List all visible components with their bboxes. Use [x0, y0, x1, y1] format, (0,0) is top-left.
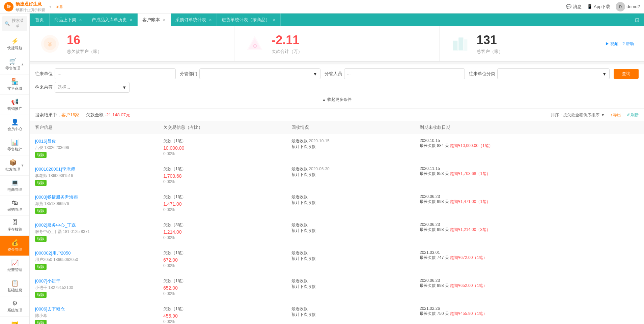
department-select[interactable]: ▼	[199, 68, 320, 79]
sidebar-item-finance[interactable]: 💰 资金管理	[0, 236, 29, 256]
filter-manager: 分管人员 ···	[325, 68, 465, 79]
overdue-link-0016[interactable]: 超期¥10,000.00（1笔）	[450, 143, 493, 148]
tab-products-off[interactable]: 商品上下架 ✕	[50, 13, 87, 26]
tab-maximize-btn[interactable]: ⊡	[633, 16, 641, 24]
refresh-label: 刷新	[631, 112, 639, 118]
balance-select[interactable]: 选择... ▼	[55, 82, 130, 93]
manager-input[interactable]: ···	[344, 68, 465, 79]
debt-amount-0003: 1,471.00	[163, 201, 291, 207]
tab-minimize-btn[interactable]: －	[622, 16, 632, 24]
sidebar-item-member-center[interactable]: 👤 会员中心	[0, 115, 29, 135]
sidebar-item-enterprise[interactable]: 🤝 企业协同	[0, 317, 29, 324]
tab-customer-account[interactable]: 客户账本 ✕	[138, 13, 171, 26]
help-btn[interactable]: ? 帮助	[622, 41, 634, 47]
export-btn[interactable]: ↑ 导出	[610, 112, 621, 118]
filter-supplier: 往来单位 ···	[35, 68, 176, 79]
user-menu[interactable]: D demo2	[616, 2, 640, 11]
customer-info-0016: [0016]吕俊 吕俊 13026203696 现款	[35, 138, 163, 158]
system-icon: ⚙	[2, 300, 27, 307]
demo-link[interactable]: 示意	[56, 4, 63, 9]
customer-name-000002[interactable]: [000002]用户2050	[35, 251, 71, 256]
member-center-icon: 👤	[2, 118, 27, 126]
video-icon: ▶	[605, 41, 609, 46]
category-select[interactable]: ▼	[497, 68, 610, 79]
tab-production-history-close[interactable]: ✕	[130, 18, 133, 22]
refresh-icon: ↺	[626, 113, 630, 117]
customer-info-0007: [0007]小进干 小进干 18279152100 现款	[35, 278, 163, 298]
tab-customer-account-close[interactable]: ✕	[163, 18, 166, 22]
customer-contact-0016: 吕俊 13026203696	[35, 145, 163, 151]
balance-arrow: ▼	[122, 85, 127, 90]
quick-nav-icon: ⚡	[2, 37, 27, 45]
sort-select[interactable]: 排序：按欠款金额倒序排序 ▼	[551, 112, 605, 118]
sidebar-item-quick-nav[interactable]: ⚡ 快捷导航	[0, 34, 29, 54]
sidebar-item-marketing[interactable]: 📢 营销推广	[0, 95, 29, 115]
customer-name-0006[interactable]: [0006]去下粮仓	[35, 306, 65, 312]
sidebar-item-retail-mgmt[interactable]: 🛒 零售管理 ▲	[0, 54, 29, 75]
customer-contact-0003: 海燕 18513066976	[35, 201, 163, 207]
overdue-info-0007: 2020.06.23 最长欠款 998 天 超期¥652.00（1笔）	[420, 278, 639, 289]
query-btn[interactable]: 查询	[614, 69, 639, 79]
message-btn[interactable]: 💬 消息	[566, 4, 582, 10]
tab-import-stats[interactable]: 进货单统计表（按商品） ✕	[217, 13, 281, 26]
overdue-link-000002[interactable]: 超期¥672.00（1笔）	[450, 255, 487, 260]
sidebar-item-batch-mgmt[interactable]: 📦 批发管理 ▼	[0, 155, 29, 176]
supplier-label: 往来单位	[35, 71, 53, 77]
search-btn[interactable]: 🔍 搜索菜单	[2, 16, 27, 31]
overdue-link-00010200001[interactable]: 超期¥1,703.68（1笔）	[450, 171, 491, 176]
sidebar-item-operations[interactable]: 📈 经营管理	[0, 256, 29, 276]
collection-info-0007: 最近收款 预计下次收款	[291, 278, 420, 290]
collection-info-000002: 最近收款 预计下次收款	[291, 250, 420, 262]
overdue-info-0006: 2021.02.26 最长欠款 750 天 超期¥455.90（1笔）	[420, 306, 639, 317]
filter-balance: 往来余额 选择... ▼	[35, 82, 130, 93]
col-header-collection: 回收情况	[291, 124, 420, 130]
sidebar-item-inventory[interactable]: 🗄 库存核算	[0, 216, 29, 236]
customer-name-0002[interactable]: [0002]服务中心_丁磊	[35, 223, 76, 228]
customer-name-00010200001[interactable]: [0001020001]李老师	[35, 167, 75, 172]
tab-products-off-close[interactable]: ✕	[79, 18, 82, 22]
sidebar-item-retail-mall[interactable]: 🏪 零售商城	[0, 75, 29, 95]
sidebar-item-purchase[interactable]: 🛍 采购管理	[0, 196, 29, 216]
table-row: [0002]服务中心_丁磊 服务中心_丁磊 181 0125 8371 现款 欠…	[30, 218, 644, 246]
debt-info-0006: 欠款（1笔） 455.90 0.00%	[163, 306, 291, 324]
batch-mgmt-arrow: ▼	[21, 164, 24, 167]
sidebar-item-retail-stats[interactable]: 📊 零售统计	[0, 135, 29, 155]
retail-mgmt-icon: 🛒	[5, 58, 20, 65]
debt-amount-00010200001: 1,703.68	[163, 173, 291, 179]
sort-label: 排序：按欠款金额倒序排序	[551, 112, 599, 118]
tab-purchase-order[interactable]: 采购订单统计表 ✕	[171, 13, 217, 26]
overdue-info-000002: 2021.03.01 最长欠款 747 天 超期¥672.00（1笔）	[420, 250, 639, 261]
tab-production-history[interactable]: 产成品入库单历史 ✕	[87, 13, 138, 26]
tab-purchase-order-close[interactable]: ✕	[209, 18, 212, 22]
overdue-link-0007[interactable]: 超期¥652.00（1笔）	[450, 283, 487, 288]
collection-info-0002: 最近收款 预计下次收款	[291, 222, 420, 234]
tab-home[interactable]: 首页	[30, 13, 50, 26]
supplier-input[interactable]: ···	[55, 68, 176, 79]
view-video-btn[interactable]: ▶ 视频	[605, 41, 618, 47]
category-label: 往来单位分类	[469, 71, 495, 77]
overdue-info-00010200001: 2020.11.15 最长欠款 853 天 超期¥1,703.68（1笔）	[420, 166, 639, 177]
app-download-btn[interactable]: 📱 App下载	[587, 4, 610, 10]
overdue-link-0003[interactable]: 超期¥1,471.00（1笔）	[450, 199, 491, 204]
sidebar-item-basic-info[interactable]: 📋 基础信息	[0, 276, 29, 296]
category-arrow: ▼	[602, 71, 607, 77]
stats-row: ¥ 16 总欠款客户（家）	[30, 26, 644, 62]
stat-card-view-help: ▶ 视频 ? 帮助	[605, 41, 634, 47]
retail-mall-icon: 🏪	[2, 78, 27, 85]
customer-name-0016[interactable]: [0016]吕俊	[35, 139, 56, 144]
results-bar: 搜索结果中，客户16家 欠款金额 -21,148.07元 排序：按欠款金额倒序排…	[30, 109, 644, 121]
results-actions: 排序：按欠款金额倒序排序 ▼ ↑ 导出 ↺ 刷新	[551, 112, 639, 118]
customer-tag-000002: 现款	[35, 264, 47, 270]
customer-name-0003[interactable]: [0003]畅捷服务尹海燕	[35, 195, 78, 200]
overdue-link-0006[interactable]: 超期¥455.90（1笔）	[450, 311, 487, 316]
overdue-link-0002[interactable]: 超期¥1,214.00（3笔）	[450, 227, 491, 232]
tab-import-stats-close[interactable]: ✕	[273, 18, 276, 22]
refresh-btn[interactable]: ↺ 刷新	[626, 112, 639, 118]
debt-amount-0002: 1,214.00	[163, 229, 291, 235]
sidebar-item-ecommerce[interactable]: 💻 电商管理	[0, 176, 29, 196]
collapse-btn[interactable]: ▲ 收起更多条件	[35, 95, 639, 104]
table-row: [0016]吕俊 吕俊 13026203696 现款 欠款（1笔） 10,000…	[30, 134, 644, 162]
stat-icon-debt-amount: ◇	[245, 34, 265, 54]
customer-name-0007[interactable]: [0007]小进干	[35, 278, 60, 284]
sidebar-item-system[interactable]: ⚙ 系统管理	[0, 296, 29, 317]
